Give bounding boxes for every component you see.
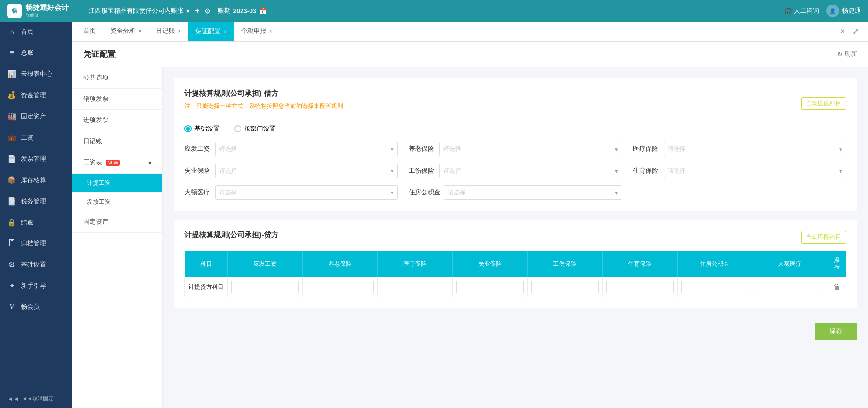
sidebar-item-home[interactable]: ⌂ 首页 — [0, 22, 72, 42]
input-pension[interactable] — [307, 281, 374, 293]
apply-salary-select[interactable]: 请选择 ▾ — [215, 142, 398, 156]
sidebar-item-inventory[interactable]: 📦 库存核算 — [0, 169, 72, 191]
sidebar-item-archive[interactable]: 🗄 归档管理 — [0, 233, 72, 254]
left-nav-journal[interactable]: 日记账 — [72, 131, 162, 152]
close-tab-icon[interactable]: × — [838, 25, 847, 38]
sidebar-item-settings[interactable]: ⚙ 基础设置 — [0, 254, 72, 275]
tab-close-capital[interactable]: × — [138, 28, 142, 34]
form-item-housing-fund: 住房公积金 请选择 ▾ — [409, 185, 622, 200]
form-item-maternity: 生育保险 请选择 ▾ — [633, 164, 846, 178]
sidebar-item-vip[interactable]: V 畅会员 — [0, 296, 72, 317]
input-work-injury[interactable] — [531, 281, 599, 293]
sidebar-item-salary[interactable]: 💼 工资 — [0, 127, 72, 148]
big-medical-placeholder: 请选择 — [219, 188, 237, 197]
unemployment-select[interactable]: 请选择 ▾ — [215, 164, 398, 178]
row-category: 计提贷方科目 — [185, 277, 228, 297]
left-nav-public[interactable]: 公共选项 — [72, 67, 162, 89]
left-nav-fixed-assets[interactable]: 固定资产 — [72, 211, 162, 233]
input-housing-fund[interactable] — [681, 281, 749, 293]
inventory-icon: 📦 — [7, 176, 16, 184]
pension-select[interactable]: 请选择 ▾ — [439, 142, 622, 156]
delete-row-button[interactable]: 🗑 — [833, 283, 840, 291]
tab-tax[interactable]: 个税申报 × — [234, 22, 279, 41]
avatar: 👤 — [826, 5, 839, 17]
tax-icon: 📑 — [7, 197, 16, 206]
debit-auto-match-button[interactable]: 自动匹配科目 — [801, 97, 846, 110]
sidebar-pin-toggle[interactable]: ◄◄ ◄◄取消固定 — [0, 389, 72, 408]
work-injury-select[interactable]: 请选择 ▾ — [439, 164, 622, 178]
ledger-icon: ≡ — [7, 49, 16, 57]
sidebar-item-label: 基础设置 — [21, 261, 46, 269]
input-maternity[interactable] — [606, 281, 674, 293]
input-big-medical[interactable] — [756, 281, 823, 293]
headset-icon: 🎧 — [784, 7, 792, 14]
tab-close-journal[interactable]: × — [178, 28, 181, 34]
input-apply-salary[interactable] — [231, 281, 299, 293]
service-button[interactable]: 🎧 人工咨询 — [784, 7, 819, 15]
maternity-select[interactable]: 请选择 ▾ — [664, 164, 846, 178]
radio-basic[interactable]: 基础设置 — [184, 125, 220, 133]
housing-fund-placeholder: 请选择 — [448, 188, 466, 197]
add-account-icon[interactable]: + — [195, 6, 200, 16]
medical-select[interactable]: 请选择 ▾ — [664, 142, 846, 156]
tab-voucher[interactable]: 凭证配置 × — [188, 22, 234, 41]
left-nav-label: 发放工资 — [87, 198, 110, 205]
left-nav-salary-table[interactable]: 工资表 NEW ▾ — [72, 152, 162, 174]
debit-section-note: 注：只能选择一种方式，系统将按照您当前的选择来配置规则 — [184, 102, 343, 110]
sidebar-item-capital[interactable]: 💰 资金管理 — [0, 84, 72, 106]
page-title: 凭证配置 — [83, 49, 116, 60]
radio-dept[interactable]: 按部门设置 — [234, 125, 276, 133]
save-button[interactable]: 保存 — [815, 323, 857, 340]
salary-icon: 💼 — [7, 133, 16, 142]
tab-home[interactable]: 首页 — [76, 22, 103, 41]
left-nav-sales[interactable]: 销项发票 — [72, 89, 162, 110]
debit-radio-group: 基础设置 按部门设置 — [184, 125, 846, 133]
debit-form-grid: 应发工资 请选择 ▾ 养老保险 请选择 ▾ — [184, 142, 846, 200]
sidebar: ⌂ 首页 ≡ 总账 📊 云报表中心 💰 资金管理 🏭 固定资产 💼 工资 📄 发… — [0, 22, 72, 408]
housing-fund-select[interactable]: 请选择 ▾ — [444, 185, 622, 200]
period-selector[interactable]: 账期 2023-03 📅 — [218, 7, 267, 15]
input-unemployment[interactable] — [456, 281, 524, 293]
sidebar-item-tax[interactable]: 📑 税务管理 — [0, 191, 72, 212]
tab-label: 资金分析 — [110, 27, 136, 35]
sidebar-item-close[interactable]: 🔒 结账 — [0, 212, 72, 233]
refresh-button[interactable]: ↻ 刷新 — [837, 50, 857, 58]
left-nav-purchase[interactable]: 进项发票 — [72, 110, 162, 131]
sidebar-item-guide[interactable]: ✦ 新手引导 — [0, 275, 72, 296]
tab-close-tax[interactable]: × — [269, 28, 272, 34]
left-nav-label: 日记账 — [83, 137, 102, 145]
cell-big-medical — [752, 277, 827, 297]
chevron-down-icon: ▾ — [615, 189, 618, 196]
pension-label: 养老保险 — [409, 145, 436, 153]
sidebar-item-label: 固定资产 — [21, 113, 46, 121]
calendar-icon[interactable]: 📅 — [259, 7, 267, 14]
save-bar: 保存 — [174, 317, 857, 351]
settings-icon[interactable]: ⚙ — [204, 7, 211, 15]
chevron-down-icon: ▾ — [839, 146, 842, 153]
sidebar-item-invoice[interactable]: 📄 发票管理 — [0, 148, 72, 169]
company-selector[interactable]: 江西服宝精品有限责任公司内账张 ▾ — [89, 7, 189, 15]
sidebar-item-ledger[interactable]: ≡ 总账 — [0, 42, 72, 63]
left-nav-label: 公共选项 — [83, 74, 108, 81]
user-menu[interactable]: 👤 畅捷通 — [826, 5, 861, 17]
form-item-apply-salary: 应发工资 请选择 ▾ — [184, 142, 398, 156]
big-medical-select[interactable]: 请选择 ▾ — [215, 185, 398, 200]
credit-auto-match-button[interactable]: 自动匹配科目 — [801, 231, 846, 244]
sidebar-item-reports[interactable]: 📊 云报表中心 — [0, 63, 72, 84]
company-dropdown-icon[interactable]: ▾ — [186, 7, 189, 14]
tab-journal[interactable]: 日记账 × — [149, 22, 188, 41]
input-medical[interactable] — [382, 281, 449, 293]
radio-basic-label: 基础设置 — [194, 125, 220, 133]
pension-placeholder: 请选择 — [443, 145, 461, 153]
period-value: 2023-03 — [233, 7, 256, 14]
chevron-down-icon: ▾ — [391, 189, 394, 196]
tab-capital[interactable]: 资金分析 × — [103, 22, 149, 41]
left-nav-salary-calc[interactable]: 计提工资 — [72, 174, 162, 192]
chevron-down-icon: ▾ — [148, 159, 151, 166]
new-badge: NEW — [106, 160, 120, 166]
archive-icon: 🗄 — [7, 239, 16, 248]
tab-close-voucher[interactable]: × — [223, 28, 226, 35]
sidebar-item-assets[interactable]: 🏭 固定资产 — [0, 106, 72, 127]
expand-icon[interactable]: ⤢ — [850, 25, 861, 38]
left-nav-salary-pay[interactable]: 发放工资 — [72, 192, 162, 211]
